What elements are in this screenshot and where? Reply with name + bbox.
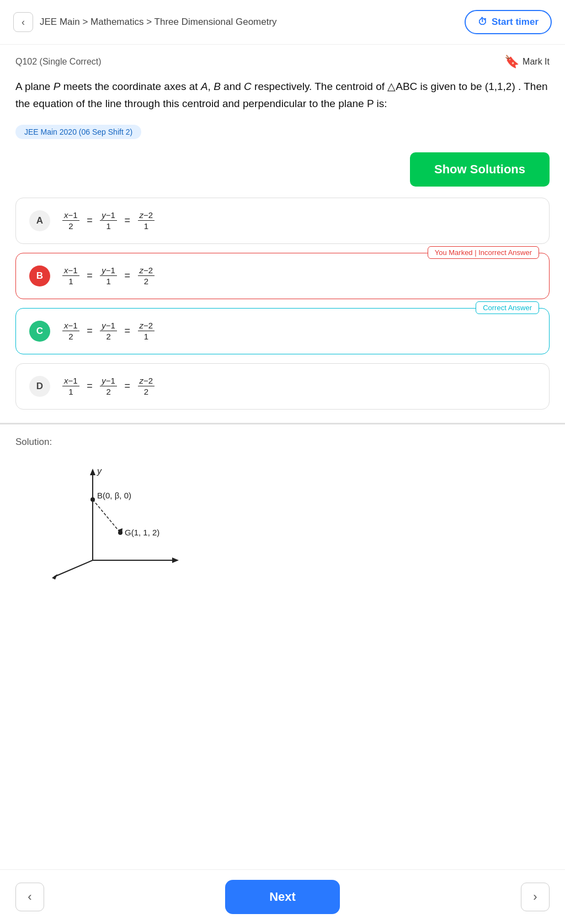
svg-marker-6 [172,557,179,563]
question-body: A plane P meets the coordinate axes at A… [0,72,565,120]
header-left: ‹ JEE Main > Mathematics > Three Dimensi… [13,12,277,32]
mark-it-button[interactable]: 🔖 Mark It [504,55,550,69]
timer-label: Start timer [492,17,539,28]
option-c[interactable]: Correct Answer C x−12 = y−12 = z−21 [15,308,550,354]
option-c-badge: C [29,321,50,342]
next-button[interactable]: Next [225,880,340,914]
show-solutions-button[interactable]: Show Solutions [410,152,550,187]
svg-text:B(0, β, 0): B(0, β, 0) [97,491,131,500]
bookmark-icon: 🔖 [504,55,519,69]
option-a-formula: x−12 = y−11 = z−21 [61,210,156,231]
timer-icon: ⏱ [478,17,487,28]
question-label: Q102 (Single Correct) [15,57,102,67]
question-meta: Q102 (Single Correct) 🔖 Mark It [0,45,565,72]
solution-graph: y B(0, β, 0) G(1, 1, 2) [49,461,192,582]
svg-text:y: y [97,466,102,476]
show-solutions-row: Show Solutions [0,142,565,192]
prev-button[interactable]: ‹ [15,883,44,911]
solution-title: Solution: [15,437,550,448]
option-b-formula: x−11 = y−11 = z−22 [61,265,156,286]
bottom-nav: ‹ Next › [0,869,565,924]
option-a[interactable]: A x−12 = y−11 = z−21 [15,198,550,244]
svg-marker-4 [52,574,57,580]
option-d-formula: x−11 = y−12 = z−22 [61,376,156,396]
start-timer-button[interactable]: ⏱ Start timer [465,10,552,34]
option-a-badge: A [29,210,50,231]
solution-diagram: y B(0, β, 0) G(1, 1, 2) [15,455,550,588]
correct-answer-label: Correct Answer [476,301,539,314]
option-d-badge: D [29,376,50,397]
option-b-badge: B [29,265,50,286]
svg-line-11 [93,500,120,533]
header: ‹ JEE Main > Mathematics > Three Dimensi… [0,0,565,45]
breadcrumb: JEE Main > Mathematics > Three Dimension… [40,17,277,28]
svg-marker-1 [90,469,95,475]
options-section: A x−12 = y−11 = z−21 You Marked | Incorr… [0,192,565,415]
svg-line-3 [54,560,93,577]
back-button[interactable]: ‹ [13,12,33,32]
option-d[interactable]: D x−11 = y−12 = z−22 [15,363,550,410]
exam-tag: JEE Main 2020 (06 Sep Shift 2) [15,125,141,139]
solution-section: Solution: y B(0, β, 0) G(1, 1, 2) [0,423,565,599]
tag-row: JEE Main 2020 (06 Sep Shift 2) [0,120,565,142]
svg-text:G(1, 1, 2): G(1, 1, 2) [125,528,159,537]
mark-it-label: Mark It [523,57,550,67]
option-b[interactable]: You Marked | Incorrect Answer B x−11 = y… [15,253,550,299]
incorrect-answer-label: You Marked | Incorrect Answer [428,246,539,259]
option-c-formula: x−12 = y−12 = z−21 [61,321,156,341]
next-arrow-button[interactable]: › [521,883,550,911]
